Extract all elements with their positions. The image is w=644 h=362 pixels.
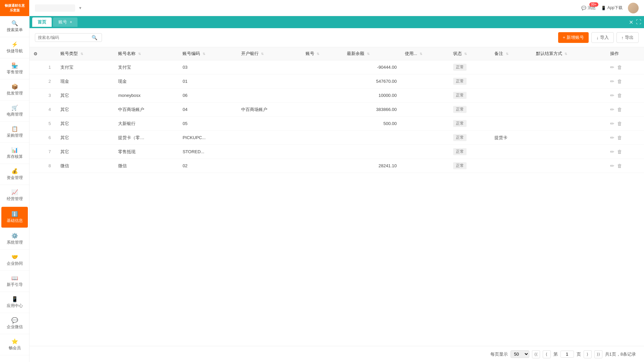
app-download-button[interactable]: 📱 App下载 <box>601 5 623 11</box>
tab-account[interactable]: 账号 × <box>53 17 77 27</box>
sidebar-item-wholesale-mgmt[interactable]: 📦批发管理 <box>0 79 29 101</box>
row-bank-0 <box>237 60 302 74</box>
table-row: 1 支付宝 支付宝 03 -90444.00 正常 ✏ 🗑 <box>30 60 644 74</box>
search-input[interactable] <box>38 35 92 40</box>
top-search-input[interactable] <box>35 4 75 12</box>
tab-expand-button[interactable]: ⛶ <box>636 19 641 25</box>
row-account-3 <box>302 103 343 117</box>
col-account[interactable]: 账号 ⇅ <box>302 47 343 60</box>
col-status[interactable]: 状态 ⇅ <box>449 47 491 60</box>
row-settlement-6 <box>532 145 606 159</box>
row-name-0: 支付宝 <box>114 60 178 74</box>
page-size-select[interactable]: 50 20 100 <box>511 350 529 358</box>
sidebar-item-search-menu[interactable]: 🔍搜索菜单 <box>0 16 29 37</box>
dropdown-icon[interactable]: ▾ <box>79 5 82 10</box>
delete-icon-1[interactable]: 🗑 <box>617 78 622 84</box>
per-page-label: 每页显示 <box>490 351 508 357</box>
sidebar-item-finance-mgmt[interactable]: 💰资金管理 <box>0 164 29 185</box>
logo: 畅捷通财生意 乐意版 <box>0 0 29 16</box>
sidebar-label-basic-info: 基础信息 <box>4 218 25 224</box>
tab-home-label: 首页 <box>38 19 46 25</box>
sidebar-item-guide[interactable]: 📖新手引导 <box>0 271 29 292</box>
sidebar-icon-ecom-mgmt: 🛒 <box>3 105 26 111</box>
row-usage-7 <box>401 159 449 173</box>
tab-close-button[interactable]: ✕ <box>629 19 633 25</box>
edit-icon-3[interactable]: ✏ <box>610 107 614 113</box>
edit-icon-6[interactable]: ✏ <box>610 149 614 155</box>
export-button[interactable]: ↑ 导出 <box>616 32 639 43</box>
row-status-5: 正常 <box>449 131 491 145</box>
sidebar-item-operations[interactable]: 📈经营管理 <box>0 185 29 206</box>
delete-icon-2[interactable]: 🗑 <box>617 93 622 98</box>
row-status-2: 正常 <box>449 88 491 103</box>
edit-icon-2[interactable]: ✏ <box>610 93 614 99</box>
tab-home[interactable]: 首页 <box>32 17 52 27</box>
tab-close-icon[interactable]: × <box>70 20 72 24</box>
message-button[interactable]: 💬 消息 99+ <box>581 5 596 11</box>
next-page-button[interactable]: ⟩ <box>584 350 592 358</box>
row-settlement-1 <box>532 74 606 88</box>
sidebar-label-wholesale-mgmt: 批发管理 <box>3 90 26 96</box>
sidebar-item-ecom-mgmt[interactable]: 🛒电商管理 <box>0 101 29 122</box>
add-account-button[interactable]: + 新增账号 <box>558 32 589 43</box>
row-balance-2: 10000.00 <box>343 88 400 103</box>
edit-icon-0[interactable]: ✏ <box>610 64 614 70</box>
delete-icon-6[interactable]: 🗑 <box>617 149 622 155</box>
page-input[interactable] <box>560 351 574 358</box>
sidebar-item-enterprise[interactable]: 🤝企业协同 <box>0 250 29 271</box>
delete-icon-4[interactable]: 🗑 <box>617 121 622 126</box>
edit-icon-5[interactable]: ✏ <box>610 135 614 141</box>
row-settlement-3 <box>532 103 606 117</box>
import-button[interactable]: ↓ 导入 <box>591 32 614 43</box>
col-settlement[interactable]: 默认结算方式 ⇅ <box>532 47 606 60</box>
avatar[interactable] <box>628 3 639 13</box>
delete-icon-0[interactable]: 🗑 <box>617 64 622 70</box>
message-badge: 99+ <box>589 2 598 7</box>
row-type-5: 其它 <box>56 131 114 145</box>
delete-icon-5[interactable]: 🗑 <box>617 135 622 140</box>
first-page-button[interactable]: ⟨⟨ <box>532 350 540 358</box>
col-usage[interactable]: 使用... ⇅ <box>401 47 449 60</box>
table-row: 8 微信 微信 02 28241.10 正常 ✏ 🗑 <box>30 159 644 173</box>
sidebar-label-quick-nav: 快捷导航 <box>3 48 26 54</box>
sidebar-item-sys-mgmt[interactable]: ⚙️系统管理 <box>0 229 29 250</box>
sidebar-item-enterprise-wx[interactable]: 💬企业微信 <box>0 313 29 334</box>
row-note-2 <box>490 88 532 103</box>
last-page-button[interactable]: ⟩⟩ <box>594 350 602 358</box>
edit-icon-1[interactable]: ✏ <box>610 78 614 84</box>
row-status-1: 正常 <box>449 74 491 88</box>
col-name[interactable]: 账号名称 ⇅ <box>114 47 178 60</box>
row-note-4 <box>490 117 532 131</box>
col-note[interactable]: 备注 ⇅ <box>490 47 532 60</box>
sidebar-item-inventory[interactable]: 📊库存核算 <box>0 143 29 164</box>
row-usage-5 <box>401 131 449 145</box>
col-bank[interactable]: 开户银行 ⇅ <box>237 47 302 60</box>
sidebar-label-guide: 新手引导 <box>3 282 26 288</box>
sidebar-item-purchase-mgmt[interactable]: 📋采购管理 <box>0 122 29 143</box>
edit-icon-7[interactable]: ✏ <box>610 163 614 169</box>
col-code[interactable]: 账号编码 ⇅ <box>178 47 237 60</box>
search-box[interactable]: 🔍 <box>35 33 102 42</box>
search-icon[interactable]: 🔍 <box>92 35 97 40</box>
delete-icon-3[interactable]: 🗑 <box>617 107 622 112</box>
sidebar-label-operations: 经营管理 <box>3 196 26 202</box>
sidebar-item-vip[interactable]: ⭐畅会员 <box>0 334 29 355</box>
col-balance[interactable]: 最新余额 ⇅ <box>343 47 400 60</box>
sidebar-label-ecom-mgmt: 电商管理 <box>3 112 26 117</box>
sidebar-label-vip: 畅会员 <box>3 345 26 351</box>
row-bank-5 <box>237 131 302 145</box>
row-usage-3 <box>401 103 449 117</box>
col-settings[interactable]: ⚙ <box>30 47 43 60</box>
sidebar-item-quick-nav[interactable]: ⚡快捷导航 <box>0 37 29 58</box>
edit-icon-4[interactable]: ✏ <box>610 121 614 127</box>
sidebar-item-retail-mgmt[interactable]: 🏪零售管理 <box>0 58 29 79</box>
tab-account-label: 账号 <box>58 19 67 25</box>
sidebar-item-app-center[interactable]: 📱应用中心 <box>0 292 29 313</box>
row-status-3: 正常 <box>449 103 491 117</box>
sidebar-item-basic-info[interactable]: ℹ️基础信息 <box>1 207 28 228</box>
delete-icon-7[interactable]: 🗑 <box>617 163 622 169</box>
col-type[interactable]: 账号类型 ⇅ <box>56 47 114 60</box>
prev-page-button[interactable]: ⟨ <box>543 350 551 358</box>
row-settings-2 <box>30 88 43 103</box>
export-icon: ↑ <box>622 35 624 40</box>
